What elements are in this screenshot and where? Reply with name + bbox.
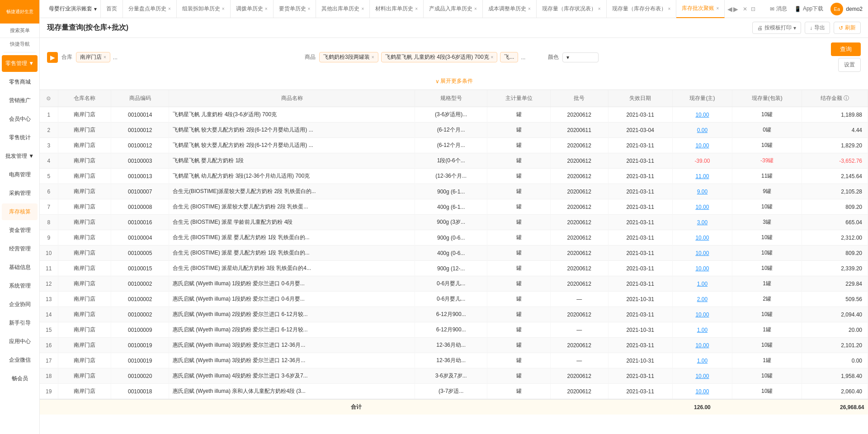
sidebar-item-wholesale[interactable]: 批发管理 ▼ — [2, 148, 38, 165]
tab-pici[interactable]: 库存批次聚账 × — [676, 0, 725, 18]
cell-qty-main[interactable]: 1.00 — [672, 353, 732, 368]
col-code: 商品编码 — [111, 90, 169, 107]
cell-qty-main[interactable]: 10.00 — [672, 261, 732, 276]
sidebar-quicknav[interactable]: 快捷导航 — [0, 38, 39, 50]
sidebar-item-wechat[interactable]: 企业微信 — [2, 352, 38, 368]
sidebar-search[interactable]: 搜索英单 — [0, 24, 39, 38]
expand-row: ∨ 展开更多条件 — [47, 75, 861, 85]
sidebar-item-guide[interactable]: 新手引导 — [2, 315, 38, 331]
expand-conditions-button[interactable]: ∨ 展开更多条件 — [435, 77, 473, 85]
cell-qty-main[interactable]: 9.00 — [672, 184, 732, 199]
cell-name: 飞鹤星飞帆 儿童奶粉 4段(3-6岁适用) 700克 — [169, 107, 415, 123]
tab-fenbu[interactable]: 分量盘点单历史 × — [123, 0, 177, 18]
tab-close-xianzun2[interactable]: × — [668, 6, 671, 11]
tab-chengben[interactable]: 成本调整单历史 × — [483, 0, 537, 18]
tab-close-cailiao[interactable]: × — [415, 6, 418, 11]
sidebar-item-retail[interactable]: 零售管理 ▼ — [2, 55, 38, 72]
cell-amount: 1,958.40 — [802, 368, 868, 384]
cell-qty-main[interactable]: 10.00 — [672, 245, 732, 261]
product-tag-2: 飞鹤星飞帆 儿童奶粉 4段(3-6岁适用) 700克 × — [381, 52, 498, 62]
sidebar-item-enterprise[interactable]: 企业协同 — [2, 296, 38, 313]
sidebar-item-apps[interactable]: 应用中心 — [2, 333, 38, 350]
product-tag2-close[interactable]: × — [491, 55, 494, 60]
sidebar-item-purchase[interactable]: 采购管理 — [2, 185, 38, 202]
sidebar-item-member2[interactable]: 畅会员 — [2, 370, 38, 387]
tab-maximize-icon[interactable]: ⊡ — [749, 6, 757, 12]
tab-close-qitachu[interactable]: × — [361, 6, 364, 11]
tab-close-pici[interactable]: × — [716, 6, 719, 11]
tab-close-xianzun1[interactable]: × — [598, 6, 601, 11]
col-unit: 主计量单位 — [487, 90, 551, 107]
color-filter-select[interactable]: ▾ — [562, 52, 599, 62]
cell-qty-main[interactable]: 10.00 — [672, 199, 732, 215]
product-tag1-close[interactable]: × — [372, 55, 374, 60]
filter-nav-button[interactable]: ▶ — [47, 52, 58, 63]
sidebar-item-basic[interactable]: 基础信息 — [2, 259, 38, 276]
tab-zuche[interactable]: 组装拆卸单历史 × — [177, 0, 231, 18]
settings-button[interactable]: 设置 — [838, 58, 861, 72]
table-body: 1 南岸门店 00100014 飞鹤星飞帆 儿童奶粉 4段(3-6岁适用) 70… — [40, 107, 868, 400]
tab-next-icon[interactable]: ▶ — [733, 5, 738, 13]
tab-tiaopan[interactable]: 调拨单历史 × — [231, 0, 274, 18]
cell-expire: 2021-03-11 — [608, 138, 672, 153]
tab-close-zuche[interactable]: × — [222, 6, 225, 11]
cell-qty-main[interactable]: 10.00 — [672, 368, 732, 384]
user-area[interactable]: Ea demo2 — [830, 3, 863, 15]
cell-expire: 2021-10-31 — [608, 353, 672, 368]
product-ellipsis[interactable]: ... — [521, 54, 525, 61]
warehouse-select[interactable]: 母婴行业演示账套 ▾ — [45, 0, 101, 18]
tab-yaohuo[interactable]: 要货单历史 × — [274, 0, 316, 18]
sidebar-item-retail-shop[interactable]: 零售商城 — [2, 74, 38, 90]
sidebar-item-inventory[interactable]: 库存核算 — [2, 203, 38, 220]
cell-qty-main[interactable]: 10.00 — [672, 138, 732, 153]
sidebar-item-ecommerce[interactable]: 电商管理 — [2, 166, 38, 183]
warehouse-more[interactable]: ... — [113, 54, 118, 61]
query-button[interactable]: 查询 — [831, 42, 861, 56]
cell-spec: 3-6岁及7岁... — [415, 368, 487, 384]
cell-qty-main[interactable]: 2.00 — [672, 292, 732, 307]
template-print-button[interactable]: 🖨 按模板打印 ▾ — [752, 22, 801, 34]
cell-qty-main[interactable]: 1.00 — [672, 276, 732, 292]
sidebar-item-member[interactable]: 会员中心 — [2, 111, 38, 127]
tab-close-yaohuo[interactable]: × — [308, 6, 311, 11]
cell-spec: (6-12个月... — [415, 138, 487, 153]
tab-close-fenbu[interactable]: × — [168, 6, 171, 11]
cell-qty-main[interactable]: 10.00 — [672, 230, 732, 245]
cell-batch: 20200612 — [550, 138, 608, 153]
tab-home[interactable]: 首页 — [101, 0, 123, 18]
cell-qty-main[interactable]: 10.00 — [672, 384, 732, 400]
tab-close-chengben[interactable]: × — [528, 6, 531, 11]
cell-qty-main[interactable]: 0.00 — [672, 123, 732, 138]
gear-icon[interactable]: ⚙ — [46, 95, 51, 102]
cell-spec: 12-36月幼... — [415, 338, 487, 353]
tab-close-all-icon[interactable]: ✕ — [741, 6, 749, 12]
cell-qty-main[interactable]: 1.00 — [672, 322, 732, 338]
cell-qty-main[interactable]: 10.00 — [672, 107, 732, 123]
warehouse-tag-close[interactable]: × — [104, 55, 106, 60]
sidebar-item-marketing[interactable]: 营销推广 — [2, 92, 38, 109]
message-button[interactable]: ✉ 消息 — [770, 5, 787, 13]
tab-cailiao[interactable]: 材料出库单历史 × — [370, 0, 424, 18]
app-download-button[interactable]: 📱 App下载 — [794, 5, 823, 13]
sidebar: 畅捷通好生意 搜索英单 快捷导航 零售管理 ▼ 零售商城 营销推广 会员中心 零… — [0, 0, 40, 434]
tab-xianzun2[interactable]: 现存量（库存分布表） × — [607, 0, 677, 18]
cell-qty-main[interactable]: 10.00 — [672, 307, 732, 322]
tab-qitachu[interactable]: 其他出库单历史 × — [316, 0, 370, 18]
cell-qty-main[interactable]: 11.00 — [672, 169, 732, 184]
tab-close-chengpin[interactable]: × — [474, 6, 477, 11]
tab-chengpin[interactable]: 产成品入库单历史 × — [424, 0, 483, 18]
avatar: Ea — [830, 3, 843, 15]
cell-qty-main[interactable]: 10.00 — [672, 338, 732, 353]
tab-close-tiaopan[interactable]: × — [265, 6, 268, 11]
cell-qty-main[interactable]: 3.00 — [672, 215, 732, 230]
sidebar-item-retail-stat[interactable]: 零售统计 — [2, 129, 38, 146]
sidebar-item-finance[interactable]: 资金管理 — [2, 222, 38, 239]
sidebar-item-operation[interactable]: 经营管理 — [2, 241, 38, 257]
cell-warehouse: 南岸门店 — [58, 276, 111, 292]
tab-prev-icon[interactable]: ◀ — [727, 5, 732, 13]
refresh-button[interactable]: ↺ 刷新 — [834, 22, 861, 34]
export-button[interactable]: ↓ 导出 — [805, 22, 830, 34]
tab-xianzun1[interactable]: 现存量（库存状况表） × — [537, 0, 607, 18]
cell-unit: 罐 — [487, 368, 551, 384]
sidebar-item-system[interactable]: 系统管理 — [2, 278, 38, 294]
